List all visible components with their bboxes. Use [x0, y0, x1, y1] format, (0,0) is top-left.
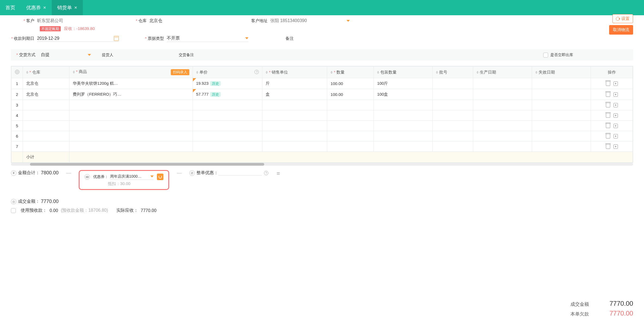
- cell-unit[interactable]: [262, 100, 327, 110]
- copy-row-icon[interactable]: [613, 134, 618, 138]
- table-row[interactable]: 4: [11, 110, 633, 121]
- due-date-input[interactable]: 2019-12-29: [37, 35, 119, 42]
- table-row[interactable]: 3: [11, 100, 633, 110]
- cell-warehouse[interactable]: 北京仓: [23, 78, 69, 89]
- cell-prod-date[interactable]: [473, 121, 532, 131]
- cell-expiry[interactable]: [532, 110, 591, 121]
- cell-pack[interactable]: [374, 141, 433, 152]
- scrollbar-thumb[interactable]: [30, 163, 264, 166]
- gear-icon[interactable]: [15, 70, 19, 74]
- cell-warehouse[interactable]: [23, 100, 69, 110]
- delivery-remark-input[interactable]: [194, 53, 248, 57]
- chevron-down-icon[interactable]: [347, 20, 350, 22]
- cell-prod-date[interactable]: [473, 78, 532, 89]
- cell-price[interactable]: [193, 131, 262, 141]
- cell-warehouse[interactable]: [23, 121, 69, 131]
- cell-unit[interactable]: 盒: [262, 89, 327, 100]
- cell-prod-date[interactable]: [473, 100, 532, 110]
- cell-expiry[interactable]: [532, 121, 591, 131]
- col-price[interactable]: 单价?: [193, 66, 262, 78]
- delete-row-icon[interactable]: [606, 92, 610, 97]
- cell-product[interactable]: [69, 121, 193, 131]
- cell-batch[interactable]: [433, 131, 473, 141]
- col-pack[interactable]: 包装数量: [374, 66, 433, 78]
- cell-qty[interactable]: 100.00: [327, 78, 374, 89]
- coupon-dropdown[interactable]: 周年店庆满1000…: [110, 174, 154, 180]
- cell-product[interactable]: [69, 110, 193, 121]
- delete-row-icon[interactable]: [606, 134, 610, 138]
- cell-product[interactable]: [69, 131, 193, 141]
- cell-pack[interactable]: [374, 110, 433, 121]
- cell-prod-date[interactable]: [473, 89, 532, 100]
- tab-coupon[interactable]: 优惠券 ✕: [21, 0, 52, 15]
- cell-prod-date[interactable]: [473, 141, 532, 152]
- cell-batch[interactable]: [433, 100, 473, 110]
- customer-value[interactable]: 昕东贸易公司: [37, 18, 63, 24]
- scan-input-badge[interactable]: 扫码录入: [171, 69, 189, 75]
- delete-row-icon[interactable]: [606, 113, 610, 118]
- warehouse-value[interactable]: 北京仓: [149, 18, 162, 24]
- cell-warehouse[interactable]: [23, 141, 69, 152]
- copy-row-icon[interactable]: [613, 124, 618, 128]
- col-expiry[interactable]: 失效日期: [532, 66, 591, 78]
- history-badge[interactable]: 历史: [210, 92, 221, 97]
- reset-button[interactable]: 设置: [612, 14, 633, 23]
- cell-price[interactable]: [193, 141, 262, 152]
- copy-row-icon[interactable]: [613, 92, 618, 97]
- cell-batch[interactable]: [433, 141, 473, 152]
- col-qty[interactable]: *数量: [327, 66, 374, 78]
- delivery-method-dropdown[interactable]: 自提: [41, 52, 91, 58]
- cell-qty[interactable]: [327, 100, 374, 110]
- table-row[interactable]: 7: [11, 141, 633, 152]
- cell-warehouse[interactable]: [23, 110, 69, 121]
- table-row[interactable]: 1北京仓华美华夫软饼1200g 糕…19.923历史斤100.00100斤: [11, 78, 633, 89]
- cell-product[interactable]: [69, 100, 193, 110]
- cell-unit[interactable]: [262, 141, 327, 152]
- cell-batch[interactable]: [433, 89, 473, 100]
- cell-warehouse[interactable]: 北京仓: [23, 89, 69, 100]
- order-discount-input[interactable]: [218, 171, 262, 175]
- cell-qty[interactable]: [327, 131, 374, 141]
- refresh-coupon-button[interactable]: [157, 174, 163, 180]
- close-icon[interactable]: ✕: [74, 5, 77, 10]
- help-icon[interactable]: ?: [264, 171, 268, 175]
- cell-batch[interactable]: [433, 78, 473, 89]
- copy-row-icon[interactable]: [613, 113, 618, 118]
- cell-expiry[interactable]: [532, 78, 591, 89]
- cell-pack[interactable]: [374, 100, 433, 110]
- cell-price[interactable]: 57.777历史: [193, 89, 262, 100]
- cell-batch[interactable]: [433, 110, 473, 121]
- cell-expiry[interactable]: [532, 141, 591, 152]
- chevron-down-icon[interactable]: [88, 54, 91, 56]
- cell-price[interactable]: 19.923历史: [193, 78, 262, 89]
- cell-price[interactable]: [193, 110, 262, 121]
- horizontal-scrollbar[interactable]: [11, 163, 633, 166]
- cell-unit[interactable]: [262, 131, 327, 141]
- cell-prod-date[interactable]: [473, 110, 532, 121]
- cell-unit[interactable]: [262, 121, 327, 131]
- copy-row-icon[interactable]: [613, 103, 618, 107]
- remark-input[interactable]: [296, 36, 378, 41]
- col-warehouse[interactable]: *仓库: [23, 66, 69, 78]
- cell-qty[interactable]: [327, 110, 374, 121]
- table-row[interactable]: 5: [11, 121, 633, 131]
- history-badge[interactable]: 历史: [210, 81, 221, 86]
- cell-product[interactable]: 华美华夫软饼1200g 糕…: [69, 78, 193, 89]
- tab-sales-order[interactable]: 销货单 ✕: [52, 0, 83, 15]
- col-batch[interactable]: 批号: [433, 66, 473, 78]
- delete-row-icon[interactable]: [606, 124, 610, 128]
- immediate-out-checkbox[interactable]: [543, 53, 548, 57]
- picker-input[interactable]: [113, 53, 168, 57]
- cell-product[interactable]: 费列罗（FERRERO）巧…: [69, 89, 193, 100]
- cell-batch[interactable]: [433, 121, 473, 131]
- invoice-dropdown[interactable]: 不开票: [167, 35, 248, 42]
- cell-qty[interactable]: [327, 121, 374, 131]
- cell-expiry[interactable]: [532, 100, 591, 110]
- cell-expiry[interactable]: [532, 131, 591, 141]
- col-prod-date[interactable]: 生产日期: [473, 66, 532, 78]
- delete-row-icon[interactable]: [606, 144, 610, 149]
- cell-qty[interactable]: [327, 141, 374, 152]
- cell-pack[interactable]: 100盒: [374, 89, 433, 100]
- tab-home[interactable]: 首页: [0, 0, 21, 15]
- table-row[interactable]: 2北京仓费列罗（FERRERO）巧…57.777历史盒100.00100盒: [11, 89, 633, 100]
